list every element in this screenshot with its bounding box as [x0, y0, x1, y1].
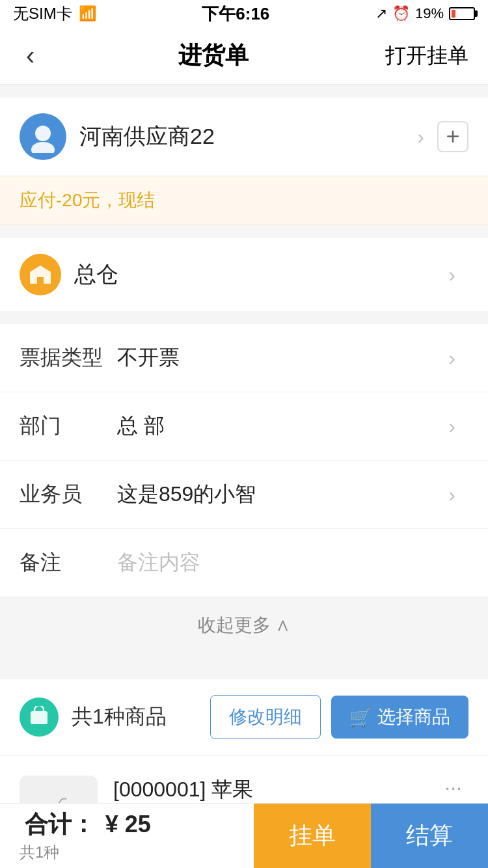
battery-icon: [449, 7, 475, 20]
supplier-card: 河南供应商22 › + 应付-20元，现结: [0, 98, 488, 225]
add-button[interactable]: +: [437, 121, 468, 152]
svg-rect-3: [31, 711, 47, 724]
total-amount: ¥ 25: [105, 811, 151, 837]
supplier-row[interactable]: 河南供应商22 › +: [0, 98, 488, 176]
chevron-right-icon-4: ›: [448, 414, 455, 439]
back-button[interactable]: ‹: [20, 34, 41, 77]
spacer-1: [0, 85, 488, 98]
status-right: ↗ ⏰ 19%: [375, 5, 475, 22]
settle-label: 结算: [406, 820, 453, 852]
chevron-right-icon-5: ›: [448, 483, 455, 507]
cart-icon: 🛒: [349, 707, 372, 728]
page-title: 进货单: [178, 40, 249, 72]
edit-detail-button[interactable]: 修改明细: [210, 695, 321, 739]
product-header: 共1种商品 修改明细 🛒 选择商品: [0, 679, 488, 755]
select-product-label: 选择商品: [377, 705, 450, 729]
total-label: 合计： ¥ 25: [20, 809, 234, 841]
chevron-right-icon: ›: [417, 125, 424, 149]
select-product-button[interactable]: 🛒 选择商品: [331, 696, 468, 739]
warehouse-card: 总仓 ›: [0, 238, 488, 311]
collapse-label: 收起更多 ∧: [198, 615, 291, 635]
product-title: 苹果: [211, 778, 253, 801]
warehouse-row[interactable]: 总仓 ›: [0, 238, 488, 311]
invoice-label: 票据类型: [20, 344, 104, 372]
status-time: 下午6:16: [202, 3, 269, 25]
spacer-3: [0, 653, 488, 666]
product-name: [0000001] 苹果: [113, 776, 438, 804]
svg-rect-2: [37, 277, 44, 284]
supplier-name: 河南供应商22: [79, 122, 417, 152]
form-section: 票据类型 不开票 › 部门 总 部 › 业务员 这是859的小智 › 备注 备注…: [0, 324, 488, 597]
spacer-2: [0, 225, 488, 238]
hang-button[interactable]: 挂单: [254, 804, 371, 869]
alarm-icon: ⏰: [392, 5, 410, 22]
battery-percent: 19%: [415, 5, 444, 22]
remark-row[interactable]: 备注 备注内容: [0, 529, 488, 597]
warehouse-icon: [20, 254, 61, 295]
open-pending-button[interactable]: 打开挂单: [385, 42, 468, 70]
department-label: 部门: [20, 412, 104, 441]
chevron-right-icon-2: ›: [448, 263, 455, 287]
carrier-label: 无SIM卡: [13, 3, 72, 24]
total-section: 合计： ¥ 25 共1种: [0, 809, 254, 863]
status-bar: 无SIM卡 📶 下午6:16 ↗ ⏰ 19%: [0, 0, 488, 27]
salesman-value: 这是859的小智: [104, 480, 448, 509]
salesman-label: 业务员: [20, 480, 104, 509]
invoice-row[interactable]: 票据类型 不开票 ›: [0, 324, 488, 392]
more-options-button[interactable]: ···: [438, 776, 468, 800]
product-count-icon: [20, 698, 59, 737]
settle-button[interactable]: 结算: [371, 804, 488, 869]
remark-input[interactable]: 备注内容: [104, 549, 468, 577]
department-row[interactable]: 部门 总 部 ›: [0, 392, 488, 461]
alert-banner: 应付-20元，现结: [0, 176, 488, 225]
total-text: 合计：: [25, 811, 95, 837]
product-count-label: 共1种商品: [72, 703, 210, 731]
warehouse-name: 总仓: [74, 260, 448, 290]
department-value: 总 部: [104, 412, 448, 441]
svg-point-1: [31, 142, 55, 153]
status-left: 无SIM卡 📶: [13, 3, 96, 24]
product-code: [0000001]: [113, 778, 206, 801]
avatar: [20, 113, 66, 160]
svg-point-0: [35, 126, 51, 141]
invoice-value: 不开票: [104, 344, 448, 372]
nav-bar: ‹ 进货单 打开挂单: [0, 27, 488, 85]
hang-label: 挂单: [289, 820, 336, 852]
chevron-right-icon-3: ›: [448, 346, 455, 370]
collapse-bar[interactable]: 收起更多 ∧: [0, 597, 488, 653]
salesman-row[interactable]: 业务员 这是859的小智 ›: [0, 461, 488, 529]
location-icon: ↗: [375, 5, 387, 22]
wifi-icon: 📶: [79, 5, 96, 22]
bottom-bar: 合计： ¥ 25 共1种 挂单 结算: [0, 803, 488, 868]
remark-label: 备注: [20, 549, 104, 577]
total-count: 共1种: [20, 842, 234, 863]
